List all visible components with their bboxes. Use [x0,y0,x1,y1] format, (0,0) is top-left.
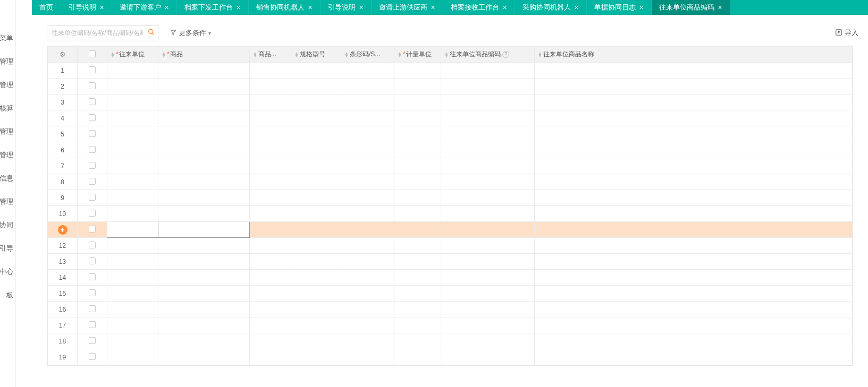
checkbox[interactable] [89,82,96,89]
cell[interactable] [250,79,291,94]
table-row[interactable]: 19 [48,349,853,365]
cell[interactable] [291,270,341,286]
sidebar-item[interactable]: 核算 [0,97,15,120]
checkbox[interactable] [89,50,96,57]
cell[interactable] [535,238,853,254]
cell[interactable] [250,333,291,349]
table-row[interactable]: 16 [48,302,853,317]
cell[interactable] [107,190,158,206]
sidebar-item[interactable]: 板 [0,283,15,307]
cell[interactable] [535,286,853,302]
header-unit[interactable]: ▲▼*计量单位 [394,47,441,63]
cell[interactable] [107,79,158,94]
cell[interactable] [250,302,291,317]
close-icon[interactable]: ✕ [718,4,722,11]
cell[interactable] [250,63,291,79]
tab[interactable]: 邀请上游供应商✕ [372,0,443,15]
tab[interactable]: 单据协同日志✕ [587,0,652,15]
header-product[interactable]: ▲▼*商品 [158,47,250,63]
tab[interactable]: 档案下发工作台✕ [177,0,249,15]
cell[interactable] [291,349,341,365]
cell[interactable] [291,190,341,206]
table-row[interactable]: 14 [48,270,853,286]
cell[interactable] [341,190,394,206]
cell[interactable] [441,222,535,238]
cell[interactable] [341,270,394,286]
cell[interactable] [341,222,394,238]
close-icon[interactable]: ✕ [431,4,435,11]
export-button[interactable]: 导入 [835,28,858,38]
cell[interactable] [535,110,853,126]
cell[interactable] [291,142,341,158]
cell[interactable] [107,63,158,79]
cell[interactable] [107,333,158,349]
tab[interactable]: 引导说明✕ [61,0,112,15]
cell[interactable] [291,333,341,349]
cell[interactable] [291,254,341,270]
sidebar-item[interactable]: 菜单 [0,27,15,50]
close-icon[interactable]: ✕ [639,4,644,11]
checkbox[interactable] [89,226,96,233]
checkbox[interactable] [89,162,96,169]
cell[interactable] [341,317,394,333]
checkbox[interactable] [89,321,96,328]
header-select-all[interactable] [78,47,107,63]
checkbox[interactable] [89,178,96,185]
cell[interactable] [535,333,853,349]
cell[interactable] [158,158,250,174]
cell[interactable] [394,333,441,349]
cell[interactable] [158,63,250,79]
cell[interactable] [250,286,291,302]
cell[interactable] [107,254,158,270]
cell[interactable] [441,333,535,349]
close-icon[interactable]: ✕ [99,4,104,11]
cell[interactable] [341,79,394,94]
cell[interactable] [535,126,853,142]
table-row[interactable]: 7 [48,158,853,174]
cell[interactable] [250,238,291,254]
table-row[interactable]: 10 [48,206,853,222]
tab[interactable]: 往来单位商品编码✕ [652,0,730,15]
cell[interactable] [535,270,853,286]
more-conditions-button[interactable]: 更多条件 ▾ [170,28,211,38]
cell[interactable] [441,317,535,333]
checkbox[interactable] [89,98,96,105]
header-spec[interactable]: ▲▼规格型号 [291,47,341,63]
tab[interactable]: 采购协同机器人✕ [515,0,587,15]
cell[interactable] [394,79,441,94]
checkbox[interactable] [89,210,96,217]
header-product-code[interactable]: ▲▼商品... [250,47,291,63]
cell[interactable] [441,94,535,110]
cell[interactable] [535,79,853,94]
checkbox[interactable] [89,305,96,312]
cell[interactable] [291,286,341,302]
cell[interactable] [394,254,441,270]
cell[interactable] [291,238,341,254]
cell[interactable] [250,142,291,158]
cell[interactable] [250,158,291,174]
cell[interactable] [107,174,158,190]
cell[interactable] [441,174,535,190]
table-row[interactable]: 9 [48,190,853,206]
cell[interactable] [291,317,341,333]
sidebar-item[interactable]: 信息 [0,167,15,190]
cell[interactable] [535,142,853,158]
cell[interactable] [441,63,535,79]
cell[interactable] [394,206,441,222]
cell[interactable] [535,206,853,222]
cell[interactable] [394,222,441,238]
cell[interactable] [441,206,535,222]
cell[interactable] [535,174,853,190]
cell[interactable] [291,79,341,94]
checkbox[interactable] [89,337,96,344]
checkbox[interactable] [89,114,96,121]
cell[interactable] [441,79,535,94]
cell[interactable] [535,158,853,174]
table-row[interactable]: 5 [48,126,853,142]
tab[interactable]: 首页 [32,0,61,15]
checkbox[interactable] [89,146,96,153]
cell[interactable] [107,302,158,317]
cell[interactable] [107,270,158,286]
cell[interactable] [535,222,853,238]
cell[interactable] [250,317,291,333]
